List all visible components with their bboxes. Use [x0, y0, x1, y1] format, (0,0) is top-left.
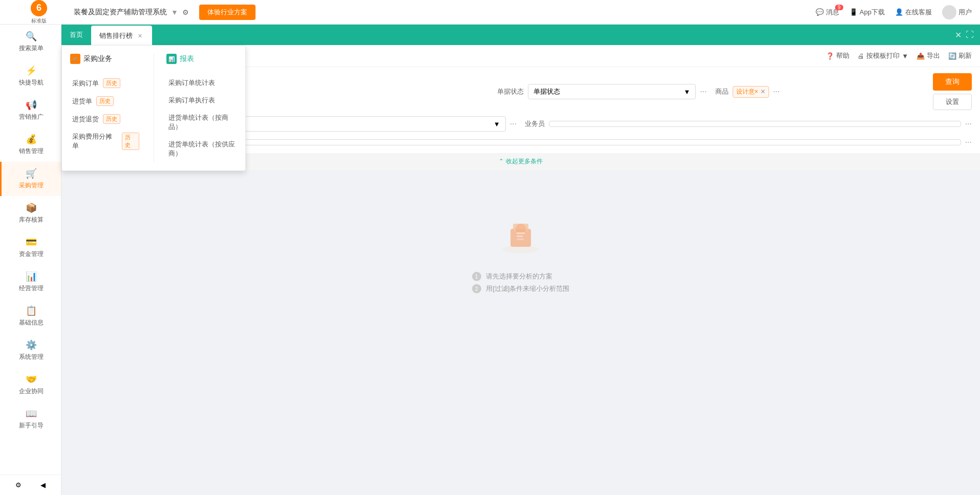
finance-icon: 💳 — [26, 236, 37, 248]
menu-item-receipt-stats-goods[interactable]: 进货单统计表（按商品） — [166, 109, 238, 136]
purchase-menu-section: 🛒 采购业务 采购订单 历史 进货单 历史 进货退货 历史 采购费用分摊单 历史 — [70, 54, 141, 162]
purchase-expense-history: 历史 — [122, 133, 139, 150]
sidebar-item-system[interactable]: ⚙️ 系统管理 — [0, 333, 61, 368]
tab-sales-rank-label: 销售排行榜 — [99, 31, 133, 40]
system-dropdown-arrow[interactable]: ▼ — [171, 8, 178, 16]
sidebar-settings-icon[interactable]: ⚙ — [15, 481, 22, 489]
menu-item-order-stats[interactable]: 采购订单统计表 — [166, 74, 238, 92]
sidebar-item-marketing[interactable]: 📢 营销推广 — [0, 93, 61, 127]
purchase-expense-label: 采购费用分摊单 — [72, 132, 118, 150]
goods-tag: 设计意× ✕ — [733, 86, 769, 98]
system-settings-icon[interactable]: ⚙ — [182, 8, 189, 16]
cooperation-icon: 🤝 — [26, 374, 37, 385]
print-button[interactable]: 🖨 按模板打印 ▼ — [858, 51, 908, 60]
sidebar-item-sales[interactable]: 💰 销售管理 — [0, 127, 61, 162]
sidebar-item-purchase[interactable]: 🛒 采购管理 — [0, 162, 61, 196]
user-item[interactable]: 用户 — [942, 5, 972, 19]
goods-tag-text: 设计意× — [736, 88, 758, 96]
user-avatar — [942, 5, 956, 19]
sidebar-bottom: ⚙ ◀ — [0, 475, 61, 495]
svg-rect-5 — [517, 235, 523, 237]
logo-text: 标准版 — [31, 17, 47, 25]
sidebar-label-cooperation: 企业协同 — [19, 387, 44, 396]
export-button[interactable]: 📤 导出 — [917, 51, 940, 60]
system-title-area: 装餐及固定资产辅助管理系统 ▼ ⚙ 体验行业方案 — [70, 5, 816, 20]
sidebar-item-finance[interactable]: 💳 资金管理 — [0, 230, 61, 265]
user-label: 用户 — [958, 8, 972, 17]
message-item[interactable]: 💬 消息 9 — [816, 8, 839, 17]
purchase-section-title: 🛒 采购业务 — [70, 54, 141, 68]
menu-item-order-exec[interactable]: 采购订单执行表 — [166, 92, 238, 109]
sidebar-label-system: 系统管理 — [19, 353, 44, 361]
collapse-arrow: ⌃ — [499, 158, 505, 165]
app-download-item[interactable]: 📱 App下载 — [849, 8, 885, 17]
empty-tip-1: 1 请先选择要分析的方案 — [472, 272, 570, 281]
search-icon: 🔍 — [26, 31, 37, 42]
sidebar-label-inventory: 库存核算 — [19, 216, 44, 224]
trial-button[interactable]: 体验行业方案 — [199, 5, 255, 20]
salesman-control[interactable] — [549, 121, 961, 127]
tab-sales-rank[interactable]: 销售排行榜 ✕ — [91, 26, 152, 46]
menu-item-purchase-return[interactable]: 进货退货 历史 — [70, 110, 141, 128]
tab-maximize-icon[interactable]: ⛶ — [966, 30, 974, 39]
refresh-button[interactable]: 🔄 刷新 — [948, 51, 972, 60]
purchase-order-label: 采购订单 — [72, 79, 99, 88]
menu-item-purchase-receipt[interactable]: 进货单 历史 — [70, 92, 141, 110]
purchase-order-history: 历史 — [103, 78, 120, 88]
rank-ellipsis[interactable]: ··· — [510, 119, 517, 128]
sidebar: 🔍 搜索菜单 ⚡ 快捷导航 📢 营销推广 💰 销售管理 🛒 采购管理 📦 库存核… — [0, 25, 61, 495]
print-label: 按模板打印 — [866, 51, 900, 60]
help-label: 帮助 — [836, 51, 849, 60]
report-section-title: 📊 报表 — [166, 54, 238, 68]
salesman-ellipsis[interactable]: ··· — [965, 119, 972, 128]
goods-filter: 商品 设计意× ✕ ··· — [715, 86, 925, 98]
sidebar-item-inventory[interactable]: 📦 库存核算 — [0, 196, 61, 230]
print-dropdown-icon[interactable]: ▼ — [902, 52, 908, 60]
purchase-section-icon: 🛒 — [70, 54, 80, 64]
doc-status-filter: 单据状态 单据状态 ▼ ··· — [497, 84, 707, 99]
purchase-return-history: 历史 — [103, 114, 120, 124]
rank-item-dropdown: ▼ — [494, 120, 500, 128]
goods-tag-remove[interactable]: ✕ — [760, 88, 765, 95]
doc-status-ellipsis[interactable]: ··· — [700, 87, 707, 96]
sidebar-label-marketing: 营销推广 — [19, 113, 44, 121]
help-button[interactable]: ❓ 帮助 — [826, 51, 849, 60]
empty-tip-2: 2 用[过滤]条件来缩小分析范围 — [472, 284, 570, 293]
sidebar-collapse-icon[interactable]: ◀ — [40, 481, 46, 489]
menu-item-purchase-order[interactable]: 采购订单 历史 — [70, 74, 141, 92]
sidebar-item-basic-info[interactable]: 📋 基础信息 — [0, 299, 61, 333]
online-service-icon: 👤 — [895, 8, 903, 16]
doc-status-label-text: 单据状态 — [534, 87, 560, 96]
menu-item-purchase-expense[interactable]: 采购费用分摊单 历史 — [70, 128, 141, 155]
tab-home[interactable]: 首页 — [61, 25, 91, 45]
system-icon: ⚙️ — [26, 339, 37, 351]
sidebar-item-operations[interactable]: 📊 经营管理 — [0, 265, 61, 299]
refresh-label: 刷新 — [958, 51, 972, 60]
report-menu-section: 📊 报表 采购订单统计表 采购订单执行表 进货单统计表（按商品） 进货单统计表（… — [166, 54, 238, 162]
sidebar-label-search: 搜索菜单 — [19, 44, 44, 53]
customer-ellipsis[interactable]: ··· — [965, 138, 972, 147]
sidebar-item-cooperation[interactable]: 🤝 企业协同 — [0, 368, 61, 402]
sidebar-label-quick-nav: 快捷导航 — [19, 78, 44, 87]
online-service-item[interactable]: 👤 在线客服 — [895, 8, 932, 17]
app-download-label: App下载 — [860, 8, 885, 17]
menu-item-receipt-stats-supplier[interactable]: 进货单统计表（按供应商） — [166, 136, 238, 162]
tab-bar: 首页 销售排行榜 ✕ ✕ ⛶ — [61, 25, 980, 45]
sales-icon: 💰 — [26, 134, 37, 145]
doc-status-control[interactable]: 单据状态 ▼ — [528, 84, 696, 99]
tab-close-icon[interactable]: ✕ — [136, 32, 144, 40]
sidebar-item-search[interactable]: 🔍 搜索菜单 — [0, 25, 61, 59]
tab-home-label: 首页 — [70, 30, 83, 39]
sidebar-item-quick-nav[interactable]: ⚡ 快捷导航 — [0, 59, 61, 93]
purchase-dropdown-menu: 🛒 采购业务 采购订单 历史 进货单 历史 进货退货 历史 采购费用分摊单 历史… — [61, 45, 246, 171]
inventory-icon: 📦 — [26, 202, 37, 213]
action-buttons: 查询 设置 — [933, 73, 972, 110]
tab-bar-controls: ✕ ⛶ — [955, 30, 980, 40]
settings-button[interactable]: 设置 — [933, 94, 972, 110]
tab-minimize-icon[interactable]: ✕ — [955, 30, 962, 40]
sidebar-item-guide[interactable]: 📖 新手引导 — [0, 402, 61, 436]
export-label: 导出 — [927, 51, 940, 60]
goods-ellipsis[interactable]: ··· — [773, 87, 780, 96]
salesman-label: 业务员 — [525, 119, 545, 128]
query-button[interactable]: 查询 — [933, 73, 972, 91]
